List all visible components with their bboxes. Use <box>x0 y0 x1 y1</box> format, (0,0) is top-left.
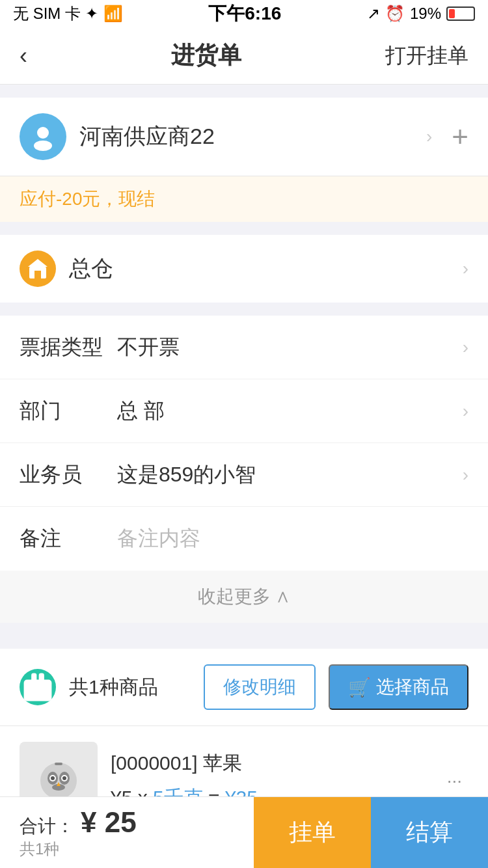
svg-rect-5 <box>24 679 52 701</box>
location-icon: ↗ <box>367 5 380 23</box>
collapse-button[interactable]: 收起更多 ∧ <box>0 571 488 623</box>
checkout-label: 结算 <box>406 817 453 848</box>
checkout-button[interactable]: 结算 <box>371 797 488 868</box>
supplier-card: 河南供应商22 › + 应付-20元，现结 <box>0 98 488 222</box>
battery-percent: 19% <box>410 5 441 23</box>
supplier-name: 河南供应商22 <box>79 122 426 152</box>
notice-banner: 应付-20元，现结 <box>0 176 488 222</box>
svg-point-1 <box>34 141 52 151</box>
product-more-button[interactable]: ··· <box>441 764 468 798</box>
alarm-icon: ⏰ <box>385 5 405 23</box>
remark-row[interactable]: 备注 备注内容 <box>0 507 488 571</box>
divider-2 <box>0 623 488 636</box>
total-sub: 共1种 <box>20 839 234 860</box>
department-value: 总 部 <box>104 397 463 426</box>
warehouse-chevron-icon: › <box>463 258 468 279</box>
wifi-icon: 📶 <box>103 5 123 23</box>
department-row[interactable]: 部门 总 部 › <box>0 379 488 443</box>
department-label: 部门 <box>20 397 104 426</box>
invoice-type-value: 不开票 <box>104 333 463 362</box>
cart-icon: 🛒 <box>348 677 371 698</box>
back-button[interactable]: ‹ <box>20 42 27 70</box>
total-amount: ¥ 25 <box>81 806 137 839</box>
product-code: [0000001] <box>111 752 203 774</box>
department-chevron-icon: › <box>463 401 468 422</box>
bottom-total: 合计： ¥ 25 共1种 <box>0 797 254 868</box>
svg-rect-4 <box>34 271 41 278</box>
collapse-label: 收起更多 ∧ <box>198 584 291 609</box>
open-hang-button[interactable]: 打开挂单 <box>385 42 468 70</box>
remark-input[interactable]: 备注内容 <box>104 524 468 553</box>
remark-label: 备注 <box>20 524 104 553</box>
product-title: 苹果 <box>203 752 242 774</box>
supplier-avatar <box>20 113 66 160</box>
salesman-chevron-icon: › <box>463 465 468 485</box>
select-product-button[interactable]: 🛒 选择商品 <box>329 664 468 710</box>
invoice-type-label: 票据类型 <box>20 333 104 362</box>
nav-bar: ‹ 进货单 打开挂单 <box>0 27 488 85</box>
salesman-row[interactable]: 业务员 这是859的小智 › <box>0 443 488 507</box>
status-right: ↗ ⏰ 19% <box>367 5 475 23</box>
hang-label: 挂单 <box>289 817 336 848</box>
svg-marker-3 <box>28 259 47 267</box>
products-header: 共1种商品 修改明细 🛒 选择商品 <box>0 649 488 726</box>
divider-1 <box>0 222 488 235</box>
supplier-row[interactable]: 河南供应商22 › + <box>0 98 488 176</box>
form-section: 票据类型 不开票 › 部门 总 部 › 业务员 这是859的小智 › 备注 备注… <box>0 316 488 571</box>
products-count-label: 共1种商品 <box>69 674 191 701</box>
battery-icon <box>446 7 475 21</box>
select-product-label: 选择商品 <box>376 675 449 699</box>
invoice-type-row[interactable]: 票据类型 不开票 › <box>0 316 488 379</box>
warehouse-icon <box>20 251 56 287</box>
svg-rect-6 <box>31 673 36 684</box>
total-label: 合计： <box>20 814 74 839</box>
status-bar: 无 SIM 卡 ✦ 📶 下午6:16 ↗ ⏰ 19% <box>0 0 488 27</box>
svg-point-13 <box>51 776 55 780</box>
warehouse-name: 总仓 <box>69 254 463 284</box>
salesman-label: 业务员 <box>20 461 104 489</box>
add-supplier-button[interactable]: + <box>452 122 468 151</box>
svg-point-0 <box>37 127 49 139</box>
status-time: 下午6:16 <box>208 1 281 26</box>
svg-point-14 <box>62 776 66 780</box>
salesman-value: 这是859的小智 <box>104 461 463 489</box>
edit-detail-button[interactable]: 修改明细 <box>204 664 316 710</box>
svg-rect-7 <box>39 673 44 684</box>
product-name: [0000001] 苹果 <box>111 750 427 777</box>
warehouse-row[interactable]: 总仓 › <box>0 235 488 303</box>
page-title: 进货单 <box>171 40 241 72</box>
sim-label: 无 SIM 卡 ✦ <box>13 3 98 24</box>
status-left: 无 SIM 卡 ✦ 📶 <box>13 3 123 24</box>
top-divider <box>0 85 488 98</box>
bottom-bar: 合计： ¥ 25 共1种 挂单 结算 <box>0 796 488 868</box>
warehouse-card: 总仓 › <box>0 235 488 303</box>
products-icon <box>20 669 56 705</box>
svg-point-8 <box>40 763 77 799</box>
hang-button[interactable]: 挂单 <box>254 797 371 868</box>
invoice-chevron-icon: › <box>463 337 468 358</box>
svg-rect-17 <box>55 763 62 765</box>
supplier-chevron-icon: › <box>426 126 432 147</box>
